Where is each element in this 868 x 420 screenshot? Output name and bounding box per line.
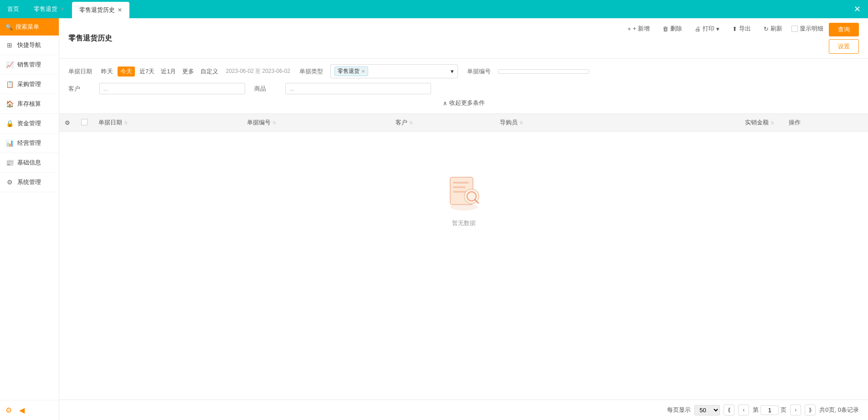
tab-home[interactable]: 首页: [0, 0, 26, 18]
settings-icon[interactable]: ⚙: [65, 119, 70, 126]
empty-state: 暂无数据: [59, 132, 868, 264]
print-label: 打印: [703, 25, 714, 33]
voucher-no-input[interactable]: [498, 69, 589, 74]
last-page-button[interactable]: ⟫: [805, 405, 816, 415]
type-tag-remove[interactable]: ✕: [361, 69, 365, 74]
sidebar-collapse-icon[interactable]: ◀: [19, 406, 25, 415]
table-col-customer-label: 客户: [395, 119, 407, 126]
table-col-guide[interactable]: 导购员 ⇅: [494, 114, 621, 132]
tab-retail-return-history[interactable]: 零售退货历史 ✕: [72, 2, 129, 18]
delete-label: 删除: [670, 25, 682, 33]
new-label: + 新增: [633, 25, 650, 33]
page-info: 第 页: [753, 405, 786, 415]
tab-retail-return-close[interactable]: ✕: [60, 6, 65, 12]
page-suffix: 页: [781, 406, 786, 414]
collapse-button[interactable]: ∧ 收起更多条件: [439, 98, 488, 108]
display-detail-toggle[interactable]: 显示明细: [791, 25, 823, 33]
sidebar-item-inventory[interactable]: 🏠 库存核算: [0, 94, 59, 114]
voucher-filter-group: 单据编号: [467, 67, 589, 76]
date-filter-group: 单据日期 昨天 今天 近7天 近1月 更多 自定义 2023-06-02 至 2…: [68, 67, 290, 77]
sidebar-item-sys-mgmt[interactable]: ⚙ 系统管理: [0, 173, 59, 192]
collapse-row: ∧ 收起更多条件: [68, 98, 859, 108]
delete-button[interactable]: 🗑 删除: [659, 23, 686, 35]
sidebar: 🔍 搜索菜单 ⊞ 快捷导航 📈 销售管理 📋 采购管理 🏠 库存核算 🔒 资金管…: [0, 18, 59, 420]
query-button[interactable]: 查询: [829, 23, 859, 36]
table-col-amount[interactable]: 实销金额 ⇅: [621, 114, 783, 132]
first-page-button[interactable]: ⟪: [724, 405, 734, 415]
refresh-button[interactable]: ↻ 刷新: [760, 23, 786, 35]
top-bar: 首页 零售退货 ✕ 零售退货历史 ✕ ✕: [0, 0, 868, 18]
table-col-customer[interactable]: 客户 ⇅: [390, 114, 494, 132]
tab-retail-return[interactable]: 零售退货 ✕: [26, 0, 72, 18]
sys-icon: ⚙: [5, 178, 14, 186]
table-col-date[interactable]: 单据日期 ⇅: [93, 114, 241, 132]
pagination: 每页显示 50 20 100 ⟪ ‹ 第 页 › ⟫ 共0页, 0条记录: [59, 400, 868, 420]
customer-filter-input[interactable]: ...: [99, 83, 245, 94]
export-icon: ⬆: [732, 26, 737, 32]
next-page-button[interactable]: ›: [790, 405, 801, 415]
voucher-filter-label: 单据编号: [467, 67, 494, 76]
customer-filter-label: 客户: [68, 85, 96, 93]
date-opt-today[interactable]: 今天: [118, 67, 135, 77]
header-right: + + 新增 🗑 删除 🖨 打印 ▾ ⬆ 导出: [624, 23, 859, 54]
goods-placeholder: ...: [289, 85, 294, 92]
new-button[interactable]: + + 新增: [624, 23, 653, 35]
date-opt-more[interactable]: 更多: [180, 67, 196, 77]
tab-list: 首页 零售退货 ✕ 零售退货历史 ✕: [0, 0, 847, 18]
display-detail-checkbox[interactable]: [791, 26, 798, 32]
sidebar-item-ops-mgmt[interactable]: 📊 经营管理: [0, 133, 59, 153]
sidebar-item-purchase-label: 采购管理: [17, 80, 41, 88]
customer-filter-group: 客户 ...: [68, 83, 245, 94]
refresh-label: 刷新: [770, 25, 782, 33]
date-opt-custom[interactable]: 自定义: [199, 67, 220, 77]
setting-button[interactable]: 设置: [829, 39, 859, 54]
type-filter-label: 单据类型: [299, 67, 327, 76]
type-filter-select[interactable]: 零售退货 ✕ ▾: [330, 64, 458, 78]
type-tag-label: 零售退货: [338, 67, 360, 75]
table-col-voucher-no[interactable]: 单据编号 ⇅: [241, 114, 390, 132]
customer-placeholder: ...: [103, 85, 108, 92]
sidebar-item-finance-mgmt[interactable]: 🔒 资金管理: [0, 114, 59, 133]
sidebar-item-purchase-mgmt[interactable]: 📋 采购管理: [0, 75, 59, 94]
page-size-select[interactable]: 50 20 100: [694, 405, 720, 415]
tab-retail-return-history-close[interactable]: ✕: [118, 7, 122, 13]
window-close-button[interactable]: ✕: [847, 4, 868, 14]
plus-icon: +: [627, 26, 631, 32]
quick-nav-icon: ⊞: [5, 41, 14, 49]
guide-sort-icon: ⇅: [519, 120, 523, 125]
export-label: 导出: [739, 25, 751, 33]
search-icon: 🔍: [5, 24, 13, 31]
date-sort-icon: ⇅: [124, 120, 128, 125]
table-col-checkbox[interactable]: [76, 114, 93, 132]
print-button[interactable]: 🖨 打印 ▾: [691, 23, 723, 35]
export-button[interactable]: ⬆ 导出: [729, 23, 755, 35]
tab-home-label: 首页: [7, 5, 19, 13]
date-opt-7days[interactable]: 近7天: [138, 67, 156, 77]
date-options: 昨天 今天 近7天 近1月 更多 自定义: [99, 67, 220, 77]
type-filter-group: 单据类型 零售退货 ✕ ▾: [299, 64, 458, 78]
prev-page-button[interactable]: ‹: [738, 405, 749, 415]
sidebar-item-sales-label: 销售管理: [17, 61, 41, 69]
table-select-all-checkbox[interactable]: [81, 119, 87, 125]
sidebar-bottom: ⚙ ◀: [0, 400, 59, 420]
sidebar-settings-icon[interactable]: ⚙: [5, 406, 12, 415]
total-info: 共0页, 0条记录: [819, 406, 859, 414]
table-col-settings[interactable]: ⚙: [59, 114, 76, 132]
table-col-date-label: 单据日期: [98, 119, 122, 126]
main-layout: 🔍 搜索菜单 ⊞ 快捷导航 📈 销售管理 📋 采购管理 🏠 库存核算 🔒 资金管…: [0, 18, 868, 420]
sidebar-search[interactable]: 🔍 搜索菜单: [0, 18, 59, 36]
query-action-btns: 查询 设置: [829, 23, 859, 54]
date-opt-1month[interactable]: 近1月: [159, 67, 178, 77]
sidebar-item-basic-info[interactable]: 📰 基础信息: [0, 153, 59, 173]
sidebar-item-quick-nav[interactable]: ⊞ 快捷导航: [0, 36, 59, 55]
goods-filter-input[interactable]: ...: [285, 83, 431, 94]
customer-sort-icon: ⇅: [409, 120, 413, 125]
content-area: 零售退货历史 + + 新增 🗑 删除 🖨 打印 ▾: [59, 18, 868, 420]
date-opt-yesterday[interactable]: 昨天: [99, 67, 115, 77]
amount-sort-icon: ⇅: [770, 120, 774, 125]
sidebar-search-label: 搜索菜单: [15, 23, 39, 31]
delete-icon: 🗑: [663, 26, 668, 32]
sidebar-item-sales-mgmt[interactable]: 📈 销售管理: [0, 55, 59, 75]
table-col-actions: 操作: [783, 114, 868, 132]
page-num-input[interactable]: [760, 405, 779, 415]
